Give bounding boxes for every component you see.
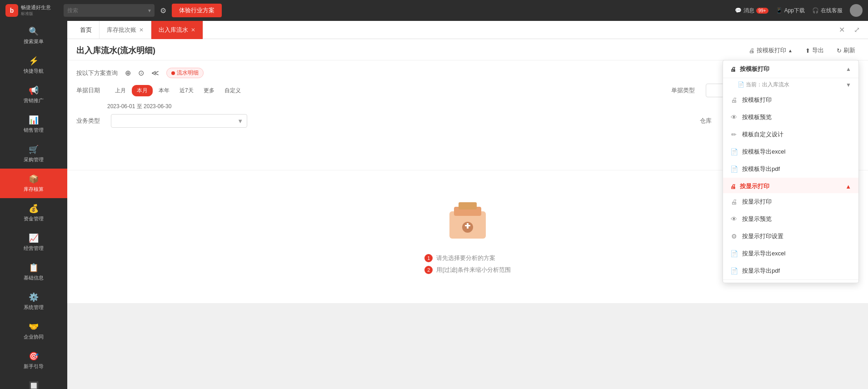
sidebar-item-system[interactable]: ⚙️ 系统管理 — [0, 287, 67, 316]
tab-in-out-flow-close[interactable]: ✕ — [191, 27, 195, 33]
empty-svg — [445, 198, 490, 243]
dropdown-item-template-preview[interactable]: 👁 按模板预览 — [723, 109, 858, 126]
export-button[interactable]: ⬆ 导出 — [802, 45, 828, 56]
display-section-header[interactable]: 🖨 按显示打印 ▲ — [723, 178, 858, 193]
user-avatar[interactable] — [850, 4, 863, 17]
online-service-item[interactable]: 🎧 在线客服 — [812, 7, 843, 15]
settings-icon[interactable]: ⚙ — [158, 5, 168, 17]
export-label: 导出 — [812, 46, 824, 55]
display-pdf-icon: 📄 — [730, 267, 738, 274]
purchase-icon: 🛒 — [29, 145, 39, 155]
sidebar-item-inventory-label: 库存核算 — [24, 186, 44, 193]
dropdown-item-display-print-settings[interactable]: ⚙ 按显示打印设置 — [723, 228, 858, 245]
sidebar-item-purchase[interactable]: 🛒 采购管理 — [0, 139, 67, 169]
date-custom-btn[interactable]: 自定义 — [220, 85, 245, 96]
display-excel-label: 按显示导出excel — [742, 249, 785, 258]
sidebar-item-basic-info[interactable]: 📋 基础信息 — [0, 257, 67, 287]
biz-type-select[interactable]: ▼ — [111, 114, 247, 128]
app-badge: 标准版 — [21, 11, 51, 17]
sidebar-item-finance[interactable]: 💰 资金管理 — [0, 198, 67, 228]
printer-icon: 🖨 — [749, 47, 755, 54]
current-chevron-icon[interactable]: ▼ — [846, 82, 851, 88]
trial-button[interactable]: 体验行业方案 — [172, 4, 222, 17]
add-condition-icon[interactable]: ⊕ — [125, 69, 131, 77]
finance-icon: 💰 — [29, 204, 39, 214]
display-section-label: 按显示打印 — [740, 182, 769, 190]
template-custom-icon: ✏ — [730, 131, 738, 138]
sidebar-item-quick-nav-label: 快捷导航 — [24, 68, 44, 75]
main-area: 🔍 搜索菜单 ⚡ 快捷导航 📢 营销推广 📊 销售管理 🛒 采购管理 📦 — [0, 21, 868, 389]
search-chevron-icon: ▼ — [147, 8, 152, 13]
step-item-2: 2 用[过滤]条件来缩小分析范围 — [424, 264, 510, 276]
dropdown-header-chevron[interactable]: ▲ — [846, 66, 851, 72]
tab-batch-ledger[interactable]: 库存批次账 ✕ — [100, 21, 151, 39]
sidebar-item-marketing[interactable]: 📢 营销推广 — [0, 80, 67, 110]
template-print-label: 按模板打印 — [742, 96, 772, 104]
top-search-area: ▼ — [64, 4, 155, 17]
dropdown-item-display-excel[interactable]: 📄 按显示导出excel — [723, 245, 858, 262]
empty-steps: 1 请先选择要分析的方案 2 用[过滤]条件来缩小分析范围 — [424, 252, 510, 276]
sidebar-item-cooperation-label: 企业协同 — [24, 334, 44, 340]
close-window-button[interactable]: ✕ — [836, 25, 848, 35]
dropdown-item-display-preview[interactable]: 👁 按显示预览 — [723, 210, 858, 228]
sidebar-item-operations[interactable]: 📈 经营管理 — [0, 228, 67, 257]
dropdown-item-template-excel[interactable]: 📄 按模板导出excel — [723, 143, 858, 160]
display-print-icon: 🖨 — [730, 198, 738, 205]
template-excel-label: 按模板导出excel — [742, 148, 785, 156]
dropdown-item-template-print[interactable]: 🖨 按模板打印 — [723, 91, 858, 109]
dropdown-item-template-custom[interactable]: ✏ 模板自定义设计 — [723, 126, 858, 143]
display-print-label: 按显示打印 — [742, 198, 772, 206]
date-more-btn[interactable]: 更多 — [200, 85, 219, 96]
warehouse-label: 仓库 — [700, 117, 712, 125]
refresh-label: 刷新 — [843, 46, 855, 55]
settings-condition-icon[interactable]: ⊙ — [138, 69, 144, 77]
date-this-year-btn[interactable]: 本年 — [155, 85, 174, 96]
tab-in-out-flow[interactable]: 出入库流水 ✕ — [151, 21, 203, 39]
message-icon: 💬 — [735, 7, 742, 14]
dropdown-item-template-pdf[interactable]: 📄 按模板导出pdf — [723, 160, 858, 178]
step-num-2: 2 — [424, 266, 433, 274]
sidebar-item-cooperation[interactable]: 🤝 企业协同 — [0, 316, 67, 346]
date-last-month-btn[interactable]: 上月 — [111, 85, 130, 96]
top-bar: b 畅捷通好生意 标准版 ▼ ⚙ 体验行业方案 💬 消息 99+ 📱 App下载… — [0, 0, 868, 21]
collapse-condition-icon[interactable]: ≪ — [151, 69, 159, 77]
sales-icon: 📊 — [29, 115, 39, 125]
message-item[interactable]: 💬 消息 99+ — [735, 7, 768, 15]
tab-batch-ledger-close[interactable]: ✕ — [139, 27, 144, 33]
template-custom-label: 模板自定义设计 — [742, 130, 783, 139]
guide-icon: 🎯 — [29, 351, 39, 361]
print-template-button[interactable]: 🖨 按模板打印 ▲ — [745, 45, 796, 56]
sidebar-item-app-center[interactable]: 🔲 应用中心 — [0, 375, 67, 389]
dropdown-footer-settings[interactable]: ⚙ 设置默认功能 ▼ — [723, 279, 858, 283]
filter-tag-label: 流水明细 — [177, 69, 199, 77]
marketing-icon: 📢 — [29, 85, 39, 95]
sidebar-item-guide[interactable]: 🎯 新手引导 — [0, 346, 67, 375]
search-section-label: 按以下方案查询 — [76, 69, 118, 77]
maximize-window-button[interactable]: ⤢ — [851, 25, 863, 35]
svg-rect-2 — [459, 202, 477, 209]
tabs-right: ✕ ⤢ — [836, 25, 863, 35]
date-this-month-btn[interactable]: 本月 — [132, 85, 153, 96]
sidebar-item-inventory[interactable]: 📦 库存核算 — [0, 169, 67, 198]
date-7days-btn[interactable]: 近7天 — [175, 85, 198, 96]
search-input[interactable] — [64, 4, 155, 17]
sidebar-item-search[interactable]: 🔍 搜索菜单 — [0, 21, 67, 50]
step-text-2: 用[过滤]条件来缩小分析范围 — [436, 264, 510, 276]
refresh-button[interactable]: ↻ 刷新 — [833, 45, 859, 56]
cooperation-icon: 🤝 — [29, 322, 39, 332]
dropdown-item-display-print[interactable]: 🖨 按显示打印 — [723, 193, 858, 210]
display-pdf-label: 按显示导出pdf — [742, 267, 780, 275]
tab-home[interactable]: 首页 — [73, 21, 100, 39]
bill-type-label: 单据类型 — [671, 86, 695, 95]
app-download-item[interactable]: 📱 App下载 — [776, 7, 805, 15]
sidebar-item-operations-label: 经营管理 — [24, 245, 44, 252]
sidebar-item-sales[interactable]: 📊 销售管理 — [0, 110, 67, 139]
step-item-1: 1 请先选择要分析的方案 — [424, 252, 510, 264]
display-section-icon: 🖨 — [730, 183, 736, 190]
app-center-icon: 🔲 — [29, 381, 39, 389]
sidebar-item-quick-nav[interactable]: ⚡ 快捷导航 — [0, 50, 67, 80]
headset-icon: 🎧 — [812, 7, 819, 14]
dropdown-item-display-pdf[interactable]: 📄 按显示导出pdf — [723, 262, 858, 279]
template-excel-icon: 📄 — [730, 148, 738, 155]
dropdown-header: 🖨 按模板打印 ▲ — [723, 60, 858, 78]
